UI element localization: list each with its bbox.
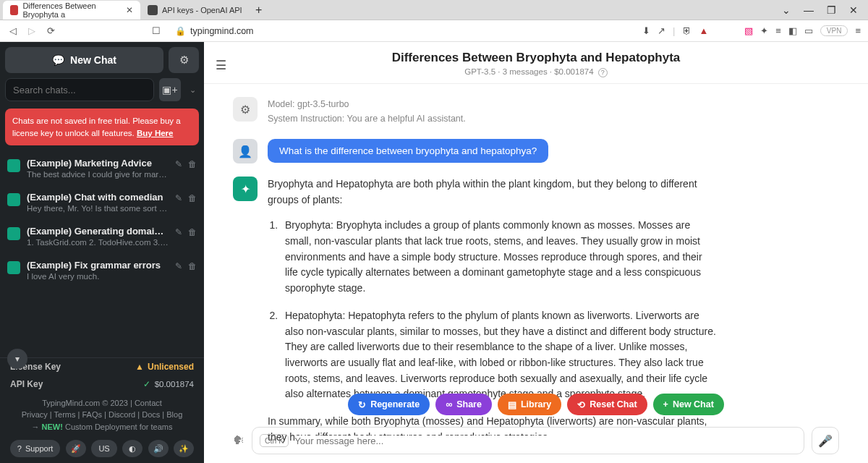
lock-icon: 🔒 bbox=[175, 26, 186, 36]
delete-icon[interactable]: 🗑 bbox=[188, 261, 197, 271]
rocket-icon[interactable]: 🚀 bbox=[66, 440, 86, 457]
edit-icon[interactable]: ✎ bbox=[175, 261, 182, 271]
plus-icon: + bbox=[663, 399, 668, 409]
trial-banner: Chats are not saved in free trial. Pleas… bbox=[5, 109, 199, 145]
calendar-icon[interactable]: ▭ bbox=[804, 25, 813, 36]
edit-icon[interactable]: ✎ bbox=[175, 159, 182, 169]
delete-icon[interactable]: 🗑 bbox=[188, 227, 197, 237]
message-input[interactable] bbox=[294, 436, 796, 446]
chat-icon bbox=[7, 227, 20, 240]
info-icon[interactable]: ? bbox=[598, 68, 608, 77]
browser-tab[interactable]: API keys - OpenAI API bbox=[140, 1, 250, 20]
reload-icon[interactable]: ⟳ bbox=[45, 25, 56, 36]
ai-intro: Bryophyta and Hepatophyta are both phyla… bbox=[268, 177, 716, 208]
theme-icon[interactable]: ◐ bbox=[122, 440, 142, 457]
chat-title: (Example) Generating domain n... bbox=[27, 226, 169, 237]
model-label: Model: gpt-3.5-turbo bbox=[268, 97, 466, 111]
reset-button[interactable]: ⟲Reset Chat bbox=[567, 394, 647, 415]
message-input-container[interactable]: Ctrl K bbox=[252, 427, 804, 454]
new-badge: NEW! bbox=[42, 422, 63, 431]
voice-toggle-icon[interactable]: 🗣 bbox=[233, 434, 244, 447]
user-icon: 👤 bbox=[233, 139, 258, 163]
system-message: ⚙ Model: gpt-3.5-turbo System Instructio… bbox=[233, 97, 839, 126]
region-button[interactable]: US bbox=[91, 440, 116, 457]
minimize-icon[interactable]: — bbox=[804, 4, 814, 16]
support-button[interactable]: ? Support bbox=[10, 440, 61, 457]
maximize-icon[interactable]: ❐ bbox=[827, 4, 836, 16]
puzzle-icon[interactable]: ✦ bbox=[760, 25, 768, 36]
hamburger-icon[interactable]: ☰ bbox=[216, 58, 226, 73]
shortcut-badge: Ctrl K bbox=[260, 434, 289, 447]
list-item[interactable]: (Example) Fix grammar errors I love AI v… bbox=[0, 253, 204, 287]
url-text: typingmind.com bbox=[190, 26, 254, 36]
address-field[interactable]: 🔒 typingmind.com bbox=[169, 26, 635, 36]
collapse-button[interactable]: ▾ bbox=[7, 349, 27, 369]
new-tab-button[interactable]: + bbox=[250, 1, 268, 20]
new-chat-button[interactable]: 💬 New Chat bbox=[5, 47, 163, 73]
chat-preview: The best advice I could give for marketi… bbox=[27, 170, 169, 179]
library-icon: ▤ bbox=[508, 399, 516, 410]
edit-icon[interactable]: ✎ bbox=[175, 193, 182, 203]
warning-icon[interactable]: ▲ bbox=[699, 25, 708, 36]
list-item[interactable]: (Example) Generating domain n... 1. Task… bbox=[0, 219, 204, 253]
window-close-icon[interactable]: ✕ bbox=[849, 4, 858, 16]
refresh-icon: ↻ bbox=[358, 399, 366, 410]
tab-title: Differences Between Bryophyta a bbox=[22, 1, 119, 19]
close-icon[interactable]: ✕ bbox=[126, 5, 133, 15]
new-chat-button[interactable]: +New Chat bbox=[653, 394, 724, 415]
mic-button[interactable]: 🎤 bbox=[812, 427, 839, 454]
chat-icon bbox=[7, 261, 20, 274]
list-item[interactable]: (Example) Chat with comedian Hey there, … bbox=[0, 185, 204, 219]
panel-icon[interactable]: ◧ bbox=[788, 25, 797, 36]
menu-icon[interactable]: ≡ bbox=[855, 25, 861, 36]
favicon-icon bbox=[10, 5, 18, 15]
download-icon[interactable]: ⬇ bbox=[642, 25, 650, 36]
url-bar: ◁ ▷ ⟳ ☐ 🔒 typingmind.com ⬇ ↗ | ⛨ ▲ ▧ ✦ ≡… bbox=[0, 20, 868, 42]
favicon-icon bbox=[148, 5, 158, 15]
ai-list-item: Hepatophyta: Hepatophyta refers to the p… bbox=[281, 308, 716, 402]
list-item[interactable]: (Example) Marketing Advice The best advi… bbox=[0, 151, 204, 185]
share-button[interactable]: ∞Share bbox=[435, 394, 492, 415]
user-bubble: What is the difference between bryophyta… bbox=[268, 139, 548, 163]
library-button[interactable]: ▤Library bbox=[498, 394, 561, 415]
chat-preview: 1. TaskGrid.com 2. TodoHive.com 3. Task.… bbox=[27, 238, 169, 247]
action-row: ↻Regenerate ∞Share ▤Library ⟲Reset Chat … bbox=[204, 394, 868, 415]
shield-icon[interactable]: ⛨ bbox=[682, 25, 692, 36]
chat-title: (Example) Marketing Advice bbox=[27, 158, 169, 169]
forward-icon[interactable]: ▷ bbox=[26, 25, 38, 36]
sidebar: 💬 New Chat ⚙ ▣+ ⌄ Chats are not saved in… bbox=[0, 42, 204, 463]
back-icon[interactable]: ◁ bbox=[7, 25, 19, 36]
edit-icon[interactable]: ✎ bbox=[175, 227, 182, 237]
search-input[interactable] bbox=[5, 78, 154, 101]
chevron-down-icon[interactable]: ⌄ bbox=[782, 4, 791, 16]
footer-line2[interactable]: Privacy | Terms | FAQs | Discord | Docs … bbox=[7, 409, 197, 421]
system-instruction: System Instruction: You are a helpful AI… bbox=[268, 111, 466, 126]
api-key-label: API Key bbox=[10, 379, 43, 389]
browser-tab-active[interactable]: Differences Between Bryophyta a ✕ bbox=[3, 1, 140, 20]
share-icon: ∞ bbox=[446, 399, 452, 409]
chevron-down-icon[interactable]: ⌄ bbox=[186, 78, 199, 101]
ai-list-item: Bryophyta: Bryophyta includes a group of… bbox=[281, 218, 716, 296]
delete-icon[interactable]: 🗑 bbox=[188, 193, 197, 203]
chat-header: ☰ Differences Between Bryophyta and Hepa… bbox=[204, 42, 868, 84]
footer-deploy[interactable]: Custom Deployment for teams bbox=[65, 422, 173, 431]
delete-icon[interactable]: 🗑 bbox=[188, 159, 197, 169]
settings-button[interactable]: ⚙ bbox=[169, 47, 199, 73]
sound-icon[interactable]: 🔊 bbox=[148, 440, 169, 457]
chat-list: (Example) Marketing Advice The best advi… bbox=[0, 151, 204, 357]
check-icon: ✓ bbox=[143, 379, 150, 389]
add-folder-button[interactable]: ▣+ bbox=[159, 78, 181, 101]
list-icon[interactable]: ≡ bbox=[775, 25, 781, 36]
bookmark-icon[interactable]: ☐ bbox=[150, 25, 162, 36]
footer-line1[interactable]: TypingMind.com © 2023 | Contact bbox=[7, 397, 197, 409]
regenerate-button[interactable]: ↻Regenerate bbox=[348, 394, 430, 415]
share-icon[interactable]: ↗ bbox=[658, 25, 665, 36]
license-status[interactable]: ▲Unlicensed bbox=[135, 362, 194, 372]
buy-link[interactable]: Buy Here bbox=[137, 129, 174, 137]
chat-title: (Example) Chat with comedian bbox=[27, 192, 169, 203]
ext-icon[interactable]: ▧ bbox=[744, 25, 753, 36]
sparkle-icon[interactable]: ✨ bbox=[174, 440, 194, 457]
mic-icon: 🎤 bbox=[818, 434, 833, 448]
vpn-badge[interactable]: VPN bbox=[820, 25, 848, 36]
api-cost[interactable]: ✓$0.001874 bbox=[143, 379, 194, 389]
